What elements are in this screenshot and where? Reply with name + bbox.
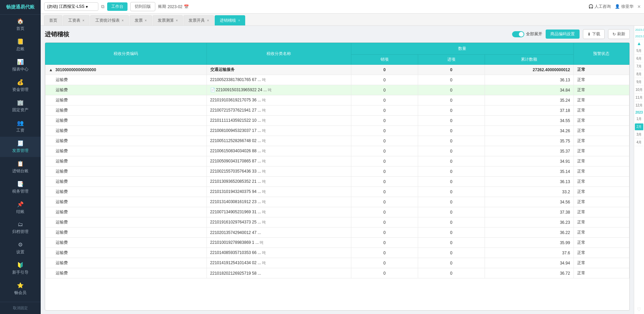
tab-payroll[interactable]: 工资表 ×: [63, 15, 90, 25]
download-button[interactable]: ⬇ 下载: [583, 29, 605, 39]
settings-button[interactable]: 商品编码设置: [546, 30, 580, 39]
tab-payroll-stats[interactable]: 工资统计报表 ×: [90, 15, 129, 25]
table-row: 运输费 📄221009150313965922 24 ... 吨 0 0 34.…: [45, 85, 629, 95]
month-9[interactable]: 9月: [635, 79, 643, 86]
invoice-no-cell: 221005233817801765 67 ... 吨: [207, 75, 351, 85]
purchase-cell: 0: [418, 197, 485, 207]
sidebar-item-member[interactable]: ⭐ 畅会员: [0, 279, 41, 299]
status-cell: 正常: [573, 136, 629, 146]
item-name-cell: 运输费: [45, 126, 207, 136]
sales-icon: 📋: [17, 160, 24, 167]
period-selector[interactable]: 账期 2023-02 📅: [158, 4, 189, 9]
cumulative-cell: 36.13: [485, 177, 573, 187]
table-row: 运输费 221005090343170865 87 ... 吨 0 0 34.9…: [45, 156, 629, 166]
tab-invoice-calc[interactable]: 发票测算 ×: [153, 15, 183, 25]
month-8[interactable]: 8月: [635, 71, 643, 78]
tab-invoice-issue[interactable]: 发票开具 ×: [183, 15, 214, 25]
item-name-cell: 运输费: [45, 177, 207, 187]
sidebar-item-archive[interactable]: 🗂 归档管理: [0, 218, 41, 238]
sidebar-item-sales[interactable]: 📋 进销台账: [0, 157, 41, 177]
company-name: (勿动) 江西报宝-LSS: [47, 4, 84, 9]
status-cell: 正常: [573, 258, 629, 268]
toggle-track[interactable]: [512, 31, 524, 37]
workbench-button[interactable]: 工作台: [107, 2, 128, 11]
sidebar-item-tax[interactable]: 📑 税务管理: [0, 177, 41, 198]
sidebar-item-reports[interactable]: 📊 报表中心: [0, 55, 41, 76]
month-4[interactable]: 4月: [635, 139, 643, 146]
data-table: 税收分类编码 税收分类名称 数量 预警状态 销项 进项 累计数额: [45, 43, 629, 278]
status-cell: 正常: [573, 166, 629, 177]
item-name-cell: 运输费: [45, 238, 207, 248]
user-avatar[interactable]: 👤 徐亚华: [615, 4, 633, 9]
sidebar-item-invoice[interactable]: 🧾 发票管理: [0, 137, 41, 157]
table-row: 运输费 221002155703576436 33 ... 吨 0 0 35.1…: [45, 166, 629, 177]
month-1[interactable]: 1月: [635, 116, 643, 123]
sales-cell: 0: [351, 258, 418, 268]
sidebar-item-ledger[interactable]: 📒 总账: [0, 35, 41, 55]
tab-invoice[interactable]: 发票 ×: [130, 15, 152, 25]
sidebar-item-payroll[interactable]: 👥 工资: [0, 116, 41, 137]
tax-code-cell: ▲ 301000000000000000: [45, 65, 207, 75]
sales-cell: 0: [351, 85, 418, 95]
month-11[interactable]: 11月: [635, 94, 643, 101]
toggle-thumb: [519, 32, 524, 37]
tab-home[interactable]: 首页: [44, 15, 62, 25]
tab-close-icon[interactable]: ×: [122, 19, 124, 22]
app-logo: 畅捷通易代账: [0, 0, 41, 15]
assets-icon: 🏢: [17, 99, 24, 106]
up-arrow-icon[interactable]: ▲: [636, 40, 642, 47]
refresh-button[interactable]: ↻ 刷新: [608, 29, 630, 39]
sidebar-item-assets[interactable]: 🏢 固定资产: [0, 96, 41, 116]
unpin-button[interactable]: 取消固定: [0, 302, 41, 314]
guide-icon: 🔰: [17, 262, 24, 268]
sidebar-item-home[interactable]: 🏠 首页: [0, 15, 41, 35]
month-6[interactable]: 6月: [635, 55, 643, 62]
tab-close-icon[interactable]: ×: [145, 19, 147, 22]
sidebar-item-label: 畅会员: [14, 290, 26, 296]
refresh-icon: ↻: [612, 32, 616, 37]
tab-close-icon[interactable]: ×: [82, 19, 84, 22]
month-10[interactable]: 10月: [635, 86, 643, 94]
tab-close-icon[interactable]: ×: [207, 19, 209, 22]
sidebar-item-guide[interactable]: 🔰 新手引导: [0, 258, 41, 279]
close-button[interactable]: ×: [638, 4, 641, 10]
sales-cell: 0: [351, 65, 418, 75]
sales-cell: 0: [351, 248, 418, 258]
tax-name-cell: 交通运输服务: [207, 65, 351, 75]
copy-icon[interactable]: ⧉: [101, 4, 104, 9]
cumulative-cell: 36.23: [485, 217, 573, 228]
sidebar-item-funds[interactable]: 💰 资金管理: [0, 76, 41, 96]
purchase-cell: 0: [418, 166, 485, 177]
cumulative-cell: 35.75: [485, 136, 573, 146]
invoice-no-cell: 221005112528266748 02 ... 吨: [207, 136, 351, 146]
company-selector[interactable]: (勿动) 江西报宝-LSS ▾: [44, 2, 98, 11]
status-cell: 正常: [573, 156, 629, 166]
support-link[interactable]: 🎧 人工咨询: [588, 4, 611, 9]
month-5[interactable]: 5月: [635, 47, 643, 55]
sales-cell: 0: [351, 95, 418, 105]
col-tax-code-header: 税收分类编码: [45, 43, 207, 65]
item-name-cell: 运输费: [45, 75, 207, 85]
collapse-icon[interactable]: ▲: [49, 67, 53, 72]
expand-toggle[interactable]: 全部展开: [512, 31, 542, 37]
sales-cell: 0: [351, 146, 418, 156]
month-2[interactable]: 2月: [635, 123, 643, 131]
heart-icon[interactable]: ♡: [636, 306, 642, 313]
item-name-cell: 运输费: [45, 146, 207, 156]
invoice-no-cell: 221010019278983869 1 ... 吨: [207, 238, 351, 248]
invoice-no-cell: 221005090343170865 87 ... 吨: [207, 156, 351, 166]
tab-close-icon[interactable]: ×: [176, 19, 178, 22]
sidebar-item-close[interactable]: 📌 结账: [0, 198, 41, 218]
tab-close-icon[interactable]: ×: [238, 19, 240, 22]
cumulative-cell: 36.13: [485, 75, 573, 85]
status-cell: 正常: [573, 75, 629, 85]
tab-label: 进销稽核: [220, 18, 236, 23]
sidebar-item-settings[interactable]: ⚙ 设置: [0, 238, 41, 258]
status-cell: 正常: [573, 187, 629, 197]
switch-version-button[interactable]: 切到旧版: [130, 2, 155, 11]
col-purchase-header: 进项: [418, 55, 485, 65]
tab-sales-check[interactable]: 进销稽核 ×: [215, 15, 245, 25]
month-3[interactable]: 3月: [635, 131, 643, 138]
month-12[interactable]: 12月: [635, 102, 643, 109]
month-7[interactable]: 7月: [635, 63, 643, 70]
